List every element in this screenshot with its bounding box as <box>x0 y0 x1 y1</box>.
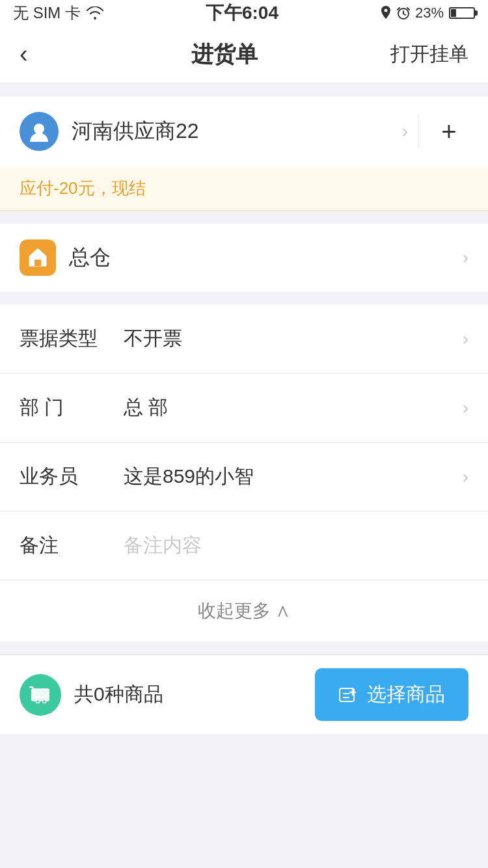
department-label: 部 门 <box>20 394 111 421</box>
cart-icon <box>27 682 53 708</box>
battery-text: 23% <box>415 5 444 21</box>
remark-label: 备注 <box>20 532 111 559</box>
warehouse-section: 总仓 › <box>0 224 488 292</box>
wifi-icon <box>86 7 104 20</box>
svg-line-2 <box>403 14 405 15</box>
select-product-icon <box>338 685 359 705</box>
bottom-area <box>0 734 488 868</box>
warehouse-icon <box>20 239 56 276</box>
open-pending-button[interactable]: 打开挂单 <box>390 41 468 68</box>
svg-rect-8 <box>340 688 354 701</box>
collapse-label: 收起更多 ∧ <box>198 599 291 623</box>
supplier-row[interactable]: 河南供应商22 › + <box>0 96 488 167</box>
salesperson-value: 这是859的小智 <box>124 463 463 490</box>
supplier-section: 河南供应商22 › + 应付-20元，现结 <box>0 96 488 211</box>
alert-text: 应付-20元，现结 <box>20 178 146 198</box>
supplier-chevron-icon: › <box>402 121 408 142</box>
svg-rect-4 <box>34 260 41 266</box>
user-icon <box>27 120 51 143</box>
department-chevron-icon: › <box>463 398 468 418</box>
alarm-icon <box>397 6 410 20</box>
status-time: 下午6:04 <box>206 1 278 25</box>
section-gap-4 <box>0 642 488 655</box>
warehouse-row[interactable]: 总仓 › <box>0 224 488 292</box>
avatar <box>20 112 59 151</box>
salesperson-chevron-icon: › <box>463 467 468 487</box>
location-icon <box>380 6 392 20</box>
ticket-type-chevron-icon: › <box>463 329 468 349</box>
nav-bar: ‹ 进货单 打开挂单 <box>0 26 488 83</box>
divider <box>418 115 419 148</box>
ticket-type-label: 票据类型 <box>20 325 111 352</box>
supplier-info: 河南供应商22 <box>20 112 402 151</box>
warehouse-chevron-icon: › <box>463 247 468 268</box>
salesperson-row[interactable]: 业务员 这是859的小智 › <box>0 442 488 511</box>
carrier-text: 无 SIM 卡 <box>13 3 81 23</box>
section-gap-1 <box>0 83 488 96</box>
salesperson-label: 业务员 <box>20 463 111 490</box>
warehouse-name: 总仓 <box>69 243 463 272</box>
battery-icon <box>449 7 475 19</box>
back-button[interactable]: ‹ <box>20 40 59 68</box>
status-right: 23% <box>380 5 475 21</box>
svg-point-7 <box>43 699 46 703</box>
svg-point-3 <box>34 124 44 134</box>
home-icon <box>27 247 49 269</box>
page-title: 进货单 <box>191 40 258 70</box>
section-gap-3 <box>0 292 488 305</box>
collapse-row[interactable]: 收起更多 ∧ <box>0 580 488 642</box>
select-product-label: 选择商品 <box>367 681 445 708</box>
product-count: 共0种商品 <box>74 681 302 708</box>
add-supplier-button[interactable]: + <box>429 112 468 151</box>
ticket-type-value: 不开票 <box>124 325 463 352</box>
alert-banner: 应付-20元，现结 <box>0 167 488 211</box>
status-carrier: 无 SIM 卡 <box>13 3 104 23</box>
department-row[interactable]: 部 门 总 部 › <box>0 373 488 442</box>
department-value: 总 部 <box>124 394 463 421</box>
remark-row[interactable]: 备注 备注内容 <box>0 511 488 580</box>
section-gap-2 <box>0 211 488 224</box>
svg-point-6 <box>36 699 40 703</box>
form-section: 票据类型 不开票 › 部 门 总 部 › 业务员 这是859的小智 › 备注 备… <box>0 305 488 642</box>
product-icon <box>20 674 61 716</box>
ticket-type-row[interactable]: 票据类型 不开票 › <box>0 305 488 373</box>
select-product-button[interactable]: 选择商品 <box>315 668 468 721</box>
plus-icon: + <box>441 117 456 146</box>
remark-placeholder: 备注内容 <box>124 532 468 559</box>
product-bar: 共0种商品 选择商品 <box>0 655 488 734</box>
supplier-name: 河南供应商22 <box>72 117 199 146</box>
status-bar: 无 SIM 卡 下午6:04 23% <box>0 0 488 26</box>
